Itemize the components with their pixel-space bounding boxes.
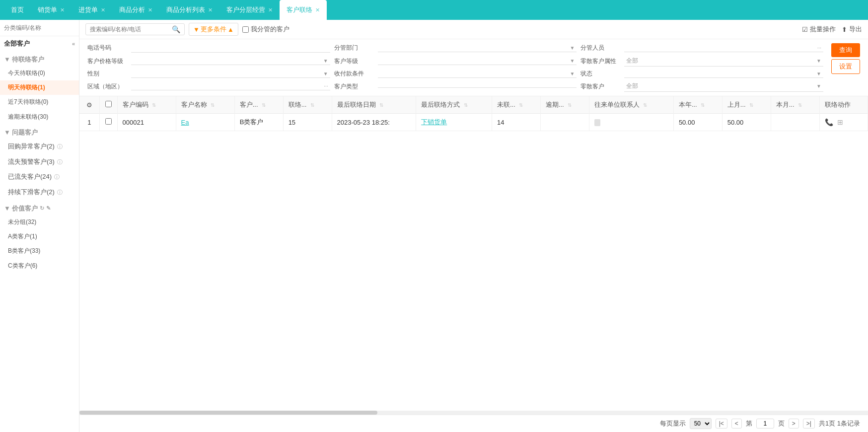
td-type: B类客户: [234, 114, 283, 131]
top-nav: 首页 销货单 ✕ 进货单 ✕ 商品分析 ✕ 商品分析列表 ✕ 客户分层经营 ✕ …: [0, 0, 868, 20]
help-icon-lost-risk: ⓘ: [57, 159, 63, 165]
nav-close-product-analysis[interactable]: ✕: [148, 7, 152, 13]
person-more-icon[interactable]: ···: [817, 45, 821, 51]
prev-page-btn[interactable]: <: [731, 419, 742, 429]
sort-contact-count-icon[interactable]: ⇅: [310, 102, 314, 108]
retail-customer-select[interactable]: 全部 ▼: [624, 81, 823, 92]
phone-input[interactable]: [131, 43, 330, 53]
gender-arrow-icon: ▼: [323, 71, 328, 76]
region-select[interactable]: ···: [131, 82, 330, 90]
nav-purchase[interactable]: 进货单 ✕: [72, 0, 112, 20]
price-level-select[interactable]: ▼: [131, 57, 330, 65]
person-select[interactable]: ···: [624, 44, 823, 52]
sort-name-icon[interactable]: ⇅: [211, 102, 215, 108]
per-page-select[interactable]: 50: [690, 418, 712, 429]
total-label: 共1页 1条记录: [819, 419, 860, 428]
sidebar-item-repurchase-abnormal[interactable]: 回购异常客户(2) ⓘ: [0, 139, 79, 154]
sidebar-item-today-contact[interactable]: 今天待联络(0): [0, 66, 79, 80]
td-num: 1: [79, 114, 99, 131]
my-customer-checkbox[interactable]: [242, 26, 249, 33]
dept-select[interactable]: ▼: [378, 44, 577, 52]
content-area: 🔍 ▼ 更多条件 ▲ 我分管的客户 ☑ 批量操作 ⬆ 导出: [79, 20, 868, 432]
payment-select[interactable]: ▼: [378, 70, 577, 78]
filter-person: 分管人员 ···: [580, 44, 823, 52]
next-page-btn[interactable]: >: [789, 419, 799, 429]
action-phone-icon[interactable]: 📞: [825, 118, 833, 126]
retail-attr-label: 零散客户属性: [580, 57, 620, 66]
sort-this-month-icon[interactable]: ⇅: [798, 102, 802, 108]
sidebar-item-unclassified[interactable]: 未分组(32): [0, 215, 79, 229]
first-page-btn[interactable]: |<: [716, 419, 727, 429]
status-select[interactable]: ▼: [624, 70, 823, 78]
export-btn[interactable]: ⬆ 导出: [842, 25, 862, 34]
more-filter-btn[interactable]: ▼ 更多条件 ▲: [189, 23, 238, 36]
sidebar-item-continuous-decline[interactable]: 持续下滑客户(2) ⓘ: [0, 185, 79, 200]
sidebar-item-class-a[interactable]: A类客户(1): [0, 229, 79, 244]
nav-home[interactable]: 首页: [4, 0, 31, 20]
nav-close-purchase[interactable]: ✕: [101, 7, 105, 13]
sort-last-month-icon[interactable]: ⇅: [749, 102, 753, 108]
filter-phone: 电话号码: [87, 43, 330, 53]
setting-btn[interactable]: 设置: [831, 59, 860, 74]
customer-name-link[interactable]: Ea: [181, 119, 189, 126]
sidebar-item-lost-risk[interactable]: 流失预警客户(3) ⓘ: [0, 154, 79, 170]
select-all-checkbox[interactable]: [105, 101, 112, 107]
filter-gender: 性别 ▼: [87, 70, 330, 78]
nav-close-sales[interactable]: ✕: [60, 7, 65, 13]
sort-year-icon[interactable]: ⇅: [701, 102, 705, 108]
search-icon[interactable]: 🔍: [172, 25, 180, 33]
sort-overdue-icon[interactable]: ⇅: [568, 102, 572, 108]
filter-btn-label: 更多条件: [201, 25, 226, 34]
horizontal-scrollbar[interactable]: [79, 411, 868, 415]
nav-product-analysis[interactable]: 商品分析 ✕: [112, 0, 159, 20]
row-checkbox[interactable]: [105, 118, 112, 125]
my-customer-checkbox-area[interactable]: 我分管的客户: [242, 25, 289, 34]
sort-code-icon[interactable]: ⇅: [152, 102, 156, 108]
region-more-icon[interactable]: ···: [324, 83, 328, 89]
sidebar-item-class-b[interactable]: B类客户(33): [0, 244, 79, 258]
sidebar-all-customers[interactable]: 全部客户 «: [0, 36, 79, 51]
th-settings[interactable]: ⚙: [79, 96, 99, 114]
nav-close-customer-contact[interactable]: ✕: [315, 7, 320, 13]
per-page-label: 每页显示: [660, 419, 686, 428]
customer-type-label: 客户类型: [334, 82, 374, 91]
retail-attr-select[interactable]: 全部 ▼: [624, 56, 823, 67]
scrollbar-thumb[interactable]: [79, 411, 377, 415]
filter-row-4: 区域（地区） ··· 客户类型: [87, 81, 823, 92]
nav-product-analysis-list[interactable]: 商品分析列表 ✕: [159, 0, 219, 20]
last-page-btn[interactable]: >|: [803, 419, 815, 429]
sort-unit-contact-icon[interactable]: ⇅: [643, 102, 647, 108]
sort-last-date-icon[interactable]: ⇅: [379, 102, 383, 108]
last-method-link[interactable]: 下销货单: [421, 118, 447, 126]
sidebar-item-tomorrow-contact[interactable]: 明天待联络(1): [0, 80, 79, 95]
collapse-icon: «: [72, 41, 75, 47]
filter-dept: 分管部门 ▼: [334, 44, 577, 52]
nav-close-product-analysis-list[interactable]: ✕: [208, 7, 213, 13]
batch-operation-btn[interactable]: ☑ 批量操作: [802, 25, 836, 34]
edit-icon[interactable]: ✎: [46, 205, 51, 212]
refresh-icon[interactable]: ↻: [40, 205, 44, 212]
filter-icon: ▼: [193, 26, 200, 33]
search-input[interactable]: [90, 26, 172, 33]
nav-customer-tier[interactable]: 客户分层经营 ✕: [219, 0, 280, 20]
sidebar-item-already-lost[interactable]: 已流失客户(24) ⓘ: [0, 169, 79, 185]
gender-label: 性别: [87, 70, 127, 78]
sidebar-item-recent7-contact[interactable]: 近7天待联络(0): [0, 95, 79, 109]
th-this-month: 本月... ⇅: [771, 96, 819, 114]
sort-type-icon[interactable]: ⇅: [262, 102, 266, 108]
customer-type-select[interactable]: [378, 85, 577, 88]
nav-customer-contact[interactable]: 客户联络 ✕: [280, 0, 327, 20]
action-more-icon[interactable]: ⊞: [837, 118, 843, 126]
sort-method-icon[interactable]: ⇅: [464, 102, 468, 108]
query-btn[interactable]: 查询: [831, 43, 860, 57]
customer-level-select[interactable]: ▼: [378, 57, 577, 65]
nav-close-customer-tier[interactable]: ✕: [268, 7, 273, 13]
sidebar-item-overdue-contact[interactable]: 逾期未联络(30): [0, 110, 79, 124]
page-input[interactable]: [756, 419, 774, 429]
sidebar-item-class-c[interactable]: C类客户(6): [0, 259, 79, 273]
gender-select[interactable]: ▼: [131, 70, 330, 78]
sort-no-contact-icon[interactable]: ⇅: [519, 102, 523, 108]
sidebar-search-input[interactable]: [4, 24, 78, 31]
nav-sales[interactable]: 销货单 ✕: [31, 0, 72, 20]
filter-retail-customer: 零散客户 全部 ▼: [580, 81, 823, 92]
